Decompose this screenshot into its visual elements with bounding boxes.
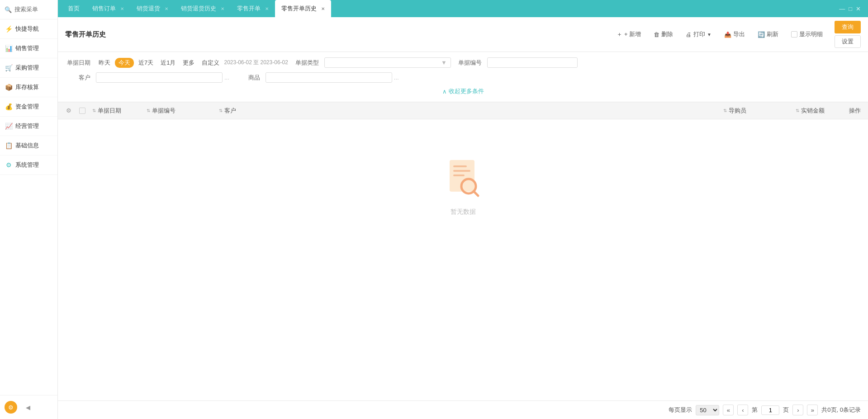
first-page-btn[interactable]: « [723,405,734,415]
last-page-btn[interactable]: » [807,405,818,415]
th-num[interactable]: ⇅ 单据编号 [143,107,215,115]
prev-page-btn[interactable]: ‹ [737,405,748,415]
sidebar-item-quick-nav[interactable]: ⚡ 快捷导航 [0,19,57,39]
sidebar-item-sales-mgmt[interactable]: 📊 销售管理 [0,39,57,58]
show-detail-checkbox[interactable] [791,31,797,38]
svg-point-6 [464,182,470,187]
filter-area: 单据日期 昨天 今天 近7天 近1月 更多 自定义 2023-06-02 至 2… [58,52,868,102]
page-info: 共0页, 0条记录 [821,406,861,414]
tab-sales-return-close[interactable]: ✕ [165,6,168,11]
date-btn-7days[interactable]: 近7天 [136,58,156,68]
date-btn-today[interactable]: 今天 [115,58,134,68]
tab-sales-return-history-close[interactable]: ✕ [221,6,224,11]
page-title: 零售开单历史 [65,30,106,39]
tab-retail-open-history[interactable]: 零售开单历史 ✕ [275,0,331,17]
page-word: 第 [752,406,758,414]
page-word-end: 页 [783,406,789,414]
refresh-icon: 🔄 [758,31,765,38]
last-page-icon: » [811,407,814,414]
svg-rect-3 [453,174,465,176]
customer-dots[interactable]: ... [224,74,229,81]
tab-retail-open[interactable]: 零售开单 ✕ [231,0,275,17]
sidebar-item-sys-mgmt[interactable]: ⚙ 系统管理 [0,155,57,175]
customer-input[interactable] [96,72,223,83]
doc-num-input[interactable] [487,57,578,68]
tab-sales-return-history[interactable]: 销货退货历史 ✕ [175,0,231,17]
sidebar-item-base-info[interactable]: 📋 基础信息 [0,136,57,155]
sidebar-footer: ⚙ ◀ [0,395,57,419]
th-op: 操作 [828,107,864,115]
date-range-text: 2023-06-02 至 2023-06-02 [224,59,288,66]
add-icon: ＋ [617,30,622,38]
th-date[interactable]: ⇅ 单据日期 [89,107,143,115]
collapse-more-btn[interactable]: ∧ 收起更多条件 [65,85,861,97]
settings-button[interactable]: 设置 [835,35,861,48]
base-info-icon: 📋 [5,141,13,150]
export-button[interactable]: 📤 导出 [720,28,749,40]
settings-icon: ⚙ [8,404,14,411]
pagination: 每页显示 50 10 20 100 « ‹ 第 页 › » 共0页, 0条记录 [58,400,868,419]
tab-sales-order-close[interactable]: ✕ [120,6,124,11]
sidebar-item-label-sys-mgmt: 系统管理 [15,161,39,169]
delete-button[interactable]: 🗑 删除 [649,28,678,40]
th-amount[interactable]: ⇅ 实销金额 [774,107,828,115]
th-amount-sort-icon: ⇅ [796,108,799,113]
tab-sales-return[interactable]: 销货退货 ✕ [130,0,175,17]
refresh-button[interactable]: 🔄 刷新 [753,28,783,40]
window-minimize[interactable]: — [839,5,845,12]
doc-type-filter-label: 单据类型 [294,59,319,67]
print-arrow-icon: ▼ [707,32,711,37]
main-content: 首页 销售订单 ✕ 销货退货 ✕ 销货退货历史 ✕ 零售开单 ✕ 零售开单历史 … [58,0,868,419]
doc-type-select[interactable]: ▼ [324,57,451,68]
tab-retail-open-close[interactable]: ✕ [265,6,269,11]
settings-btn[interactable]: ⚙ [5,401,17,414]
doc-num-filter-label: 单据编号 [456,59,482,67]
sidebar: 🔍 搜索采单 ⚡ 快捷导航 📊 销售管理 🛒 采购管理 📦 库存核算 💰 资金管… [0,0,58,419]
purchase-mgmt-icon: 🛒 [5,64,13,72]
empty-text: 暂无数据 [451,208,476,216]
th-client-sort-icon: ⇅ [219,108,223,113]
page-num-input[interactable] [761,405,779,415]
column-settings-btn[interactable]: ⚙ [62,107,76,114]
tab-retail-open-history-close[interactable]: ✕ [321,6,325,11]
th-client[interactable]: ⇅ 客户 [215,107,720,115]
next-page-icon: › [797,407,799,414]
page-size-select[interactable]: 50 10 20 100 [696,405,719,415]
goods-input[interactable] [266,72,392,83]
sidebar-item-label-finance: 资金管理 [15,103,39,111]
date-btn-yesterday[interactable]: 昨天 [96,58,113,68]
print-button[interactable]: 🖨 打印 ▼ [681,28,716,40]
tabs-right: — □ ✕ [839,5,864,12]
goods-dots[interactable]: ... [394,74,399,81]
date-btn-custom[interactable]: 自定义 [199,58,222,68]
date-btn-more[interactable]: 更多 [180,58,197,68]
sidebar-item-finance[interactable]: 💰 资金管理 [0,97,57,117]
sidebar-item-label-base-info: 基础信息 [15,141,39,150]
show-detail-button[interactable]: 显示明细 [787,28,827,40]
date-buttons: 昨天 今天 近7天 近1月 更多 自定义 2023-06-02 至 2023-0… [96,58,288,68]
empty-icon [441,155,486,201]
next-page-btn[interactable]: › [792,405,803,415]
goods-filter-label: 商品 [235,74,260,82]
quick-nav-icon: ⚡ [5,25,13,33]
window-close[interactable]: ✕ [856,5,861,12]
select-all-checkbox[interactable] [76,108,89,114]
sidebar-item-operations[interactable]: 📈 经营管理 [0,117,57,136]
sidebar-item-label-purchase-mgmt: 采购管理 [15,64,39,72]
query-button[interactable]: 查询 [835,21,861,33]
page-size-label: 每页显示 [669,406,692,414]
window-maximize[interactable]: □ [849,5,852,12]
tab-sales-order[interactable]: 销售订单 ✕ [86,0,130,17]
th-guide[interactable]: ⇅ 导购员 [720,107,774,115]
date-filter-label: 单据日期 [65,59,90,67]
sidebar-item-inventory[interactable]: 📦 库存核算 [0,78,57,97]
svg-rect-1 [453,165,467,167]
sidebar-item-purchase-mgmt[interactable]: 🛒 采购管理 [0,58,57,78]
sidebar-search[interactable]: 🔍 搜索采单 [0,0,57,19]
th-guide-sort-icon: ⇅ [723,108,727,113]
collapse-btn[interactable]: ◀ [22,401,34,414]
add-button[interactable]: ＋ + 新增 [612,28,645,40]
date-btn-1month[interactable]: 近1月 [158,58,178,68]
tab-home[interactable]: 首页 [62,0,86,17]
th-date-sort-icon: ⇅ [92,108,96,113]
